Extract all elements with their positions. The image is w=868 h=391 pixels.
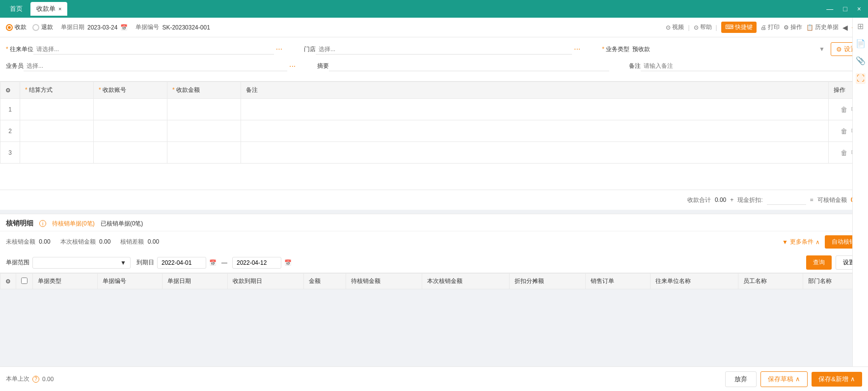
delete-icon-1[interactable]: 🗑 bbox=[841, 106, 847, 113]
verify-gear-header[interactable]: ⚙ bbox=[0, 274, 16, 289]
delete-icon-2[interactable]: 🗑 bbox=[841, 127, 847, 135]
verify-pending-tab[interactable]: 待核销单据(0笔) bbox=[52, 220, 95, 228]
toolbar: 收款 退款 单据日期 2023-03-24 📅 单据编号 SK-20230324… bbox=[0, 18, 868, 37]
bottom-actions: 放弃 保存草稿 ∧ 保存&新增 ∧ bbox=[725, 371, 862, 387]
sidebar-doc-icon[interactable]: 📄 bbox=[856, 39, 866, 48]
verify-partner-header: 往来单位名称 bbox=[651, 274, 738, 289]
query-btn[interactable]: 查询 bbox=[806, 255, 832, 270]
date-icon[interactable]: 📅 bbox=[120, 24, 128, 31]
hint-value: 0.00 bbox=[42, 376, 54, 383]
select-all-checkbox[interactable] bbox=[21, 278, 27, 284]
row-note-3[interactable] bbox=[241, 142, 829, 164]
verify-current-header: 本次核销金额 bbox=[422, 274, 510, 289]
amount-header: * 收款金额 bbox=[167, 82, 241, 99]
print-btn[interactable]: 🖨 打印 bbox=[760, 23, 780, 31]
sidebar-table-icon[interactable]: ⊞ bbox=[857, 22, 864, 31]
delete-icon-3[interactable]: 🗑 bbox=[841, 149, 847, 157]
diff-stat: 核销差额 0.00 bbox=[120, 238, 159, 246]
more-conditions-btn[interactable]: ▼ 更多条件 ∧ bbox=[782, 238, 820, 246]
tab-close-icon[interactable]: × bbox=[58, 6, 61, 12]
shortcuts-btn[interactable]: ⌨ 快捷键 bbox=[721, 22, 757, 33]
table-header-row: ⚙ * 结算方式 * 收款账号 * 收款金额 bbox=[0, 82, 868, 99]
history-label: 历史单据 bbox=[815, 23, 839, 31]
close-button[interactable]: × bbox=[854, 4, 864, 14]
row-amount-1[interactable] bbox=[167, 99, 241, 120]
history-icon: 📋 bbox=[806, 24, 814, 31]
sidebar-attach-icon[interactable]: 📎 bbox=[856, 56, 866, 65]
radio-refund[interactable]: 退款 bbox=[32, 23, 53, 31]
biz-type-dropdown-icon[interactable]: ▼ bbox=[819, 46, 825, 53]
row-account-3[interactable] bbox=[94, 142, 167, 164]
help-label: 帮助 bbox=[700, 23, 712, 31]
hint-info-icon[interactable]: ? bbox=[32, 376, 39, 383]
save-draft-button[interactable]: 保存草稿 ∧ bbox=[760, 371, 808, 387]
tab-current-label: 收款单 bbox=[36, 4, 55, 13]
verify-done-tab[interactable]: 已核销单据(0笔) bbox=[101, 220, 143, 228]
save-new-label: 保存&新增 bbox=[818, 375, 848, 384]
main-panel: 收款 退款 单据日期 2023-03-24 📅 单据编号 SK-20230324… bbox=[0, 18, 868, 391]
tab-home[interactable]: 首页 bbox=[4, 2, 28, 16]
help-btn[interactable]: ⊙ 帮助 bbox=[694, 23, 712, 31]
toolbar-right: ⊙ 视频 | ⊙ 帮助 | ⌨ 快捷键 🖨 打印 ⚙ bbox=[666, 22, 862, 33]
print-icon: 🖨 bbox=[760, 24, 766, 31]
calendar-icon-1[interactable]: 📅 bbox=[209, 259, 217, 266]
note-header: 备注 bbox=[241, 82, 829, 99]
row-settle-2[interactable] bbox=[20, 120, 94, 142]
radio-collect[interactable]: 收款 bbox=[6, 23, 27, 31]
partner-more-btn[interactable]: ··· bbox=[274, 45, 284, 54]
staff-input[interactable] bbox=[24, 61, 287, 71]
nav-prev[interactable]: ◀ bbox=[842, 24, 848, 31]
verify-amount-header: 金额 bbox=[303, 274, 346, 289]
row-amount-3[interactable] bbox=[167, 142, 241, 164]
history-btn[interactable]: 📋 历史单据 bbox=[806, 23, 839, 31]
form-row-1: * 往来单位 ··· 门店 ··· * bbox=[6, 42, 862, 56]
row-account-1[interactable] bbox=[94, 99, 167, 120]
tab-home-label: 首页 bbox=[10, 4, 23, 13]
row-settle-3[interactable] bbox=[20, 142, 94, 164]
calendar-icon-2[interactable]: 📅 bbox=[284, 259, 292, 266]
verify-stats: 未核销金额 0.00 本次核销金额 0.00 核销差额 0.00 ▼ 更多条件 … bbox=[0, 231, 868, 252]
bottom-hint: 本单上次 ? 0.00 bbox=[6, 375, 54, 383]
row-amount-2[interactable] bbox=[167, 120, 241, 142]
store-more-btn[interactable]: ··· bbox=[572, 45, 582, 54]
row-note-2[interactable] bbox=[241, 120, 829, 142]
row-account-2[interactable] bbox=[94, 120, 167, 142]
save-new-button[interactable]: 保存&新增 ∧ bbox=[812, 372, 862, 387]
verify-table: ⚙ 单据类型 单据编号 单据日期 收款到期日 金额 待核销金额 本次核销金额 折… bbox=[0, 273, 868, 289]
table-settings-icon[interactable]: ⚙ bbox=[5, 87, 11, 94]
sidebar-screen-icon[interactable]: ⛶ bbox=[856, 73, 866, 84]
due-date-field: 到期日 📅 — 📅 bbox=[136, 257, 292, 269]
total-label: 收款合计 bbox=[687, 196, 711, 204]
note-input[interactable] bbox=[641, 61, 862, 71]
row-seq-3: 3 bbox=[0, 142, 20, 164]
range-select[interactable]: ▼ bbox=[32, 257, 131, 269]
radio-collect-dot bbox=[6, 24, 13, 31]
row-note-1[interactable] bbox=[241, 99, 829, 120]
verify-gear-icon[interactable]: ⚙ bbox=[5, 278, 11, 285]
store-input[interactable] bbox=[316, 44, 572, 55]
gear-header[interactable]: ⚙ bbox=[0, 82, 20, 99]
save-draft-label: 保存草稿 bbox=[768, 375, 793, 384]
tab-list: 首页 收款单 × bbox=[4, 2, 67, 16]
range-label: 单据范围 bbox=[6, 258, 29, 267]
draft-arrow-icon: ∧ bbox=[795, 375, 800, 383]
summary-field: 摘要 bbox=[317, 61, 609, 71]
due-end-input[interactable] bbox=[232, 257, 281, 269]
due-start-input[interactable] bbox=[157, 257, 206, 269]
discard-button[interactable]: 放弃 bbox=[725, 371, 757, 387]
row-settle-1[interactable] bbox=[20, 99, 94, 120]
partner-input[interactable] bbox=[33, 44, 274, 55]
summary-input[interactable] bbox=[329, 61, 609, 71]
discount-input[interactable] bbox=[767, 195, 806, 205]
operations-btn[interactable]: ⚙ 操作 bbox=[784, 23, 802, 31]
verify-check-header[interactable] bbox=[16, 274, 33, 289]
gear-icon: ⚙ bbox=[836, 46, 842, 53]
tab-current[interactable]: 收款单 × bbox=[30, 2, 67, 16]
staff-more-btn[interactable]: ··· bbox=[287, 62, 298, 71]
number-field: 单据编号 SK-20230324-001 bbox=[136, 23, 210, 31]
maximize-button[interactable]: □ bbox=[840, 4, 850, 14]
net-label: 可核销金额 bbox=[817, 196, 847, 204]
video-btn[interactable]: ⊙ 视频 bbox=[666, 23, 684, 31]
minimize-button[interactable]: — bbox=[823, 4, 836, 14]
verify-info-icon[interactable]: i bbox=[39, 220, 46, 227]
